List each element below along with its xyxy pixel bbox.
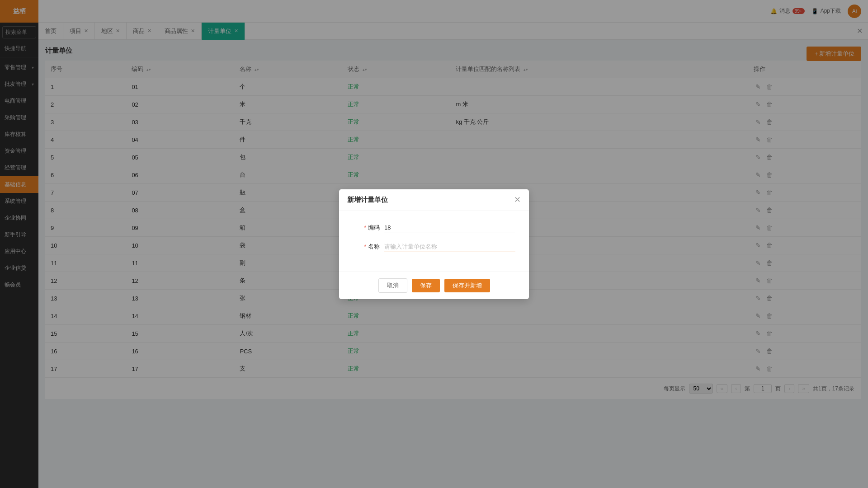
add-measure-unit-dialog: 新增计量单位 ✕ 编码 名称 取消 保存 保存并新增 bbox=[339, 189, 529, 299]
name-label: 名称 bbox=[353, 243, 380, 251]
cancel-button[interactable]: 取消 bbox=[378, 278, 407, 293]
dialog-title: 新增计量单位 bbox=[347, 196, 388, 204]
modal-overlay: 新增计量单位 ✕ 编码 名称 取消 保存 保存并新增 bbox=[0, 0, 868, 488]
code-input[interactable] bbox=[384, 222, 515, 233]
dialog-body: 编码 名称 bbox=[339, 211, 529, 272]
dialog-footer: 取消 保存 保存并新增 bbox=[339, 272, 529, 299]
dialog-close-button[interactable]: ✕ bbox=[514, 196, 521, 204]
dialog-header: 新增计量单位 ✕ bbox=[339, 189, 529, 211]
save-button[interactable]: 保存 bbox=[412, 279, 440, 292]
form-row-name: 名称 bbox=[353, 241, 515, 252]
code-label: 编码 bbox=[353, 224, 380, 232]
name-input[interactable] bbox=[384, 241, 515, 252]
form-row-code: 编码 bbox=[353, 222, 515, 233]
save-and-new-button[interactable]: 保存并新增 bbox=[444, 279, 490, 292]
